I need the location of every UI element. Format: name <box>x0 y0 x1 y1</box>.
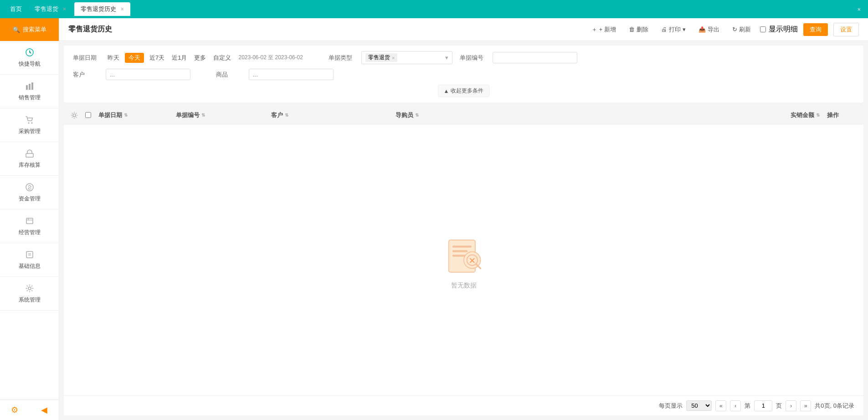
refresh-button[interactable]: ↻ 刷新 <box>729 24 755 36</box>
new-icon: ＋ <box>591 26 597 34</box>
goods-input[interactable] <box>249 69 334 80</box>
filter-date-options: 昨天 今天 近7天 近1月 更多 自定义 2023-06-02 至 2023-0… <box>106 53 303 63</box>
date-opt-more[interactable]: 更多 <box>192 53 208 63</box>
page-number-input[interactable] <box>754 400 772 411</box>
new-button[interactable]: ＋ + 新增 <box>588 24 620 36</box>
query-button[interactable]: 查询 <box>803 23 828 36</box>
table-area: 单据日期 ⇅ 单据编号 ⇅ 客户 ⇅ 导购员 ⇅ 实销金额 <box>64 106 863 395</box>
svg-point-5 <box>31 123 32 124</box>
table-select-all[interactable] <box>81 112 95 118</box>
date-opt-7days[interactable]: 近7天 <box>148 53 166 63</box>
query-label: 查询 <box>810 26 822 34</box>
sidebar-collapse-button[interactable]: ◀ <box>30 400 59 420</box>
table-empty: 暂无数据 <box>64 124 863 395</box>
date-opt-today[interactable]: 今天 <box>125 53 144 63</box>
refresh-label: 刷新 <box>739 26 751 34</box>
table-header: 单据日期 ⇅ 单据编号 ⇅ 客户 ⇅ 导购员 ⇅ 实销金额 <box>64 106 863 124</box>
th-no-label: 单据编号 <box>176 111 200 119</box>
page-title: 零售退货历史 <box>68 25 588 34</box>
th-no: 单据编号 ⇅ <box>172 111 267 119</box>
print-button[interactable]: 🖨 打印 ▾ <box>657 24 689 36</box>
window-close-button[interactable]: × <box>853 6 864 13</box>
goods-label: 商品 <box>216 71 241 79</box>
export-icon: 📤 <box>699 26 706 33</box>
sidebar-item-basic-info[interactable]: 基础信息 <box>0 243 59 277</box>
sidebar-item-purchase-mgmt-label: 采购管理 <box>19 128 41 135</box>
sidebar-item-system-mgmt[interactable]: 系统管理 <box>0 277 59 311</box>
sidebar-item-finance[interactable]: 资金管理 <box>0 176 59 210</box>
svg-point-14 <box>28 287 31 290</box>
tab-home[interactable]: 首页 <box>4 5 28 13</box>
svg-rect-11 <box>26 251 33 258</box>
new-label: + 新增 <box>599 26 616 34</box>
sidebar-item-sales-mgmt[interactable]: 销售管理 <box>0 75 59 108</box>
page-summary: 共0页, 0条记录 <box>815 402 854 410</box>
refresh-icon: ↻ <box>732 26 737 33</box>
inventory-icon <box>25 149 35 159</box>
collapse-label: 收起更多条件 <box>451 87 483 95</box>
tab-retail-return[interactable]: 零售退货 × <box>28 2 72 16</box>
quick-nav-icon <box>25 47 35 57</box>
system-mgmt-icon <box>25 283 35 293</box>
th-guide: 导购员 ⇅ <box>392 111 516 119</box>
top-bar: 首页 零售退货 × 零售退货历史 × × <box>0 0 868 18</box>
voucher-type-tag-text: 零售退货 <box>368 54 390 61</box>
tab-retail-return-history[interactable]: 零售退货历史 × <box>74 2 130 16</box>
sidebar-settings-button[interactable]: ⚙ <box>0 400 30 420</box>
page-unit: 页 <box>776 402 782 410</box>
table-settings-icon[interactable] <box>67 112 81 119</box>
sidebar-item-purchase-mgmt[interactable]: 采购管理 <box>0 108 59 142</box>
next-page-button[interactable]: › <box>786 400 796 411</box>
sidebar-item-inventory[interactable]: 库存核算 <box>0 142 59 176</box>
show-detail-checkbox[interactable] <box>760 26 766 32</box>
voucher-type-select[interactable]: 零售退货 × ▾ <box>361 51 452 64</box>
show-detail-label: 显示明细 <box>769 25 798 34</box>
svg-rect-3 <box>31 82 33 90</box>
voucher-no-input[interactable] <box>493 52 577 63</box>
tab-retail-return-label: 零售退货 <box>35 5 58 13</box>
th-no-sort[interactable]: ⇅ <box>201 113 205 118</box>
sidebar-item-finance-label: 资金管理 <box>19 195 41 203</box>
tab-retail-return-close[interactable]: × <box>63 6 66 12</box>
date-opt-1month[interactable]: 近1月 <box>170 53 189 63</box>
th-action: 操作 <box>823 111 860 119</box>
export-button[interactable]: 📤 导出 <box>695 24 723 36</box>
prev-page-button[interactable]: ‹ <box>730 400 741 411</box>
voucher-type-tag-close[interactable]: × <box>392 55 395 61</box>
sidebar-item-operations-label: 经营管理 <box>19 229 41 236</box>
sidebar-item-operations[interactable]: 经营管理 <box>0 210 59 243</box>
select-all-checkbox[interactable] <box>85 112 91 118</box>
th-date-sort[interactable]: ⇅ <box>124 113 128 118</box>
per-page-select[interactable]: 50 20 100 <box>686 400 712 411</box>
page-header: 零售退货历史 ＋ + 新增 🗑 删除 🖨 打印 ▾ 📤 导出 <box>59 18 868 41</box>
svg-rect-2 <box>29 84 31 90</box>
date-opt-yesterday[interactable]: 昨天 <box>106 53 121 63</box>
collapse-up-icon: ▲ <box>444 88 449 94</box>
first-page-button[interactable]: « <box>715 400 726 411</box>
sidebar-bottom: ⚙ ◀ <box>0 400 59 420</box>
delete-button[interactable]: 🗑 删除 <box>625 24 652 36</box>
main-layout: 🔍 搜索菜单 快捷导航 销售管理 采购管理 库存核算 <box>0 18 868 420</box>
svg-rect-18 <box>452 250 467 252</box>
customer-input[interactable] <box>106 69 190 80</box>
collapse-button[interactable]: ▲ 收起更多条件 <box>438 85 490 97</box>
last-page-button[interactable]: » <box>800 400 811 411</box>
print-dropdown-icon: ▾ <box>683 26 686 33</box>
sidebar-item-quick-nav[interactable]: 快捷导航 <box>0 41 59 75</box>
date-range-display: 2023-06-02 至 2023-06-02 <box>238 54 303 61</box>
settings-button[interactable]: 设置 <box>833 23 859 36</box>
date-opt-custom[interactable]: 自定义 <box>211 53 233 63</box>
th-guide-sort[interactable]: ⇅ <box>415 113 419 118</box>
settings-label: 设置 <box>840 26 852 34</box>
filter-row-1: 单据日期 昨天 今天 近7天 近1月 更多 自定义 2023-06-02 至 2… <box>73 51 854 64</box>
delete-icon: 🗑 <box>629 26 635 33</box>
th-date-label: 单据日期 <box>98 111 122 119</box>
voucher-type-label: 单据类型 <box>329 54 354 62</box>
th-action-label: 操作 <box>827 111 839 119</box>
th-amount-sort[interactable]: ⇅ <box>816 113 820 118</box>
th-customer-label: 客户 <box>271 111 283 119</box>
th-customer-sort[interactable]: ⇅ <box>285 113 288 118</box>
voucher-type-tag: 零售退货 × <box>365 53 397 62</box>
tab-retail-return-history-close[interactable]: × <box>121 6 124 12</box>
sidebar-search[interactable]: 🔍 搜索菜单 <box>0 18 59 41</box>
